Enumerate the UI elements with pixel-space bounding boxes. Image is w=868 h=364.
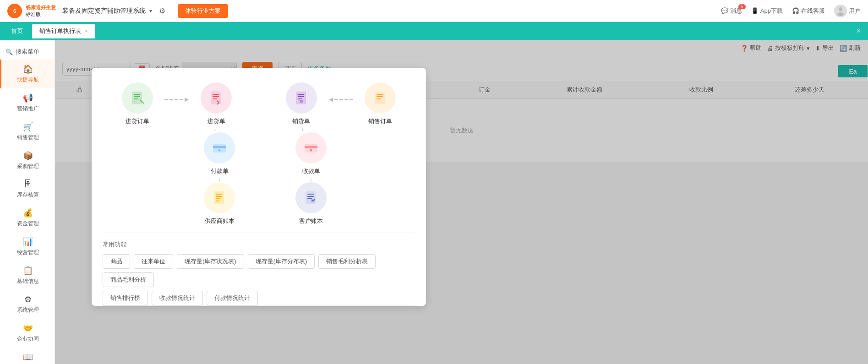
tab-bar: 首页 销售订单执行表 × ×: [0, 22, 868, 40]
logo-text: 畅康通好生意 标准版: [26, 4, 56, 17]
online-service-btn[interactable]: 🎧 在线客服: [792, 7, 825, 15]
func-btn-product-profit[interactable]: 商品毛利分析: [103, 272, 154, 287]
svg-rect-33: [307, 194, 314, 195]
message-badge: 5: [738, 4, 746, 9]
tab-bar-close-btn[interactable]: ×: [853, 25, 864, 37]
svg-rect-13: [298, 94, 304, 95]
header-right: 💬 消息 5 📱 App下载 🎧 在线客服 用户: [721, 5, 861, 17]
spacer-da7: [247, 175, 284, 182]
svg-rect-32: [306, 191, 316, 204]
app-download-btn[interactable]: 📱 App下载: [751, 7, 783, 15]
sidebar-item-inventory[interactable]: 🗄 库存核算: [0, 175, 55, 203]
sidebar-item-purchase[interactable]: 📦 采购管理: [0, 146, 55, 175]
func-btn-sales-rank[interactable]: 销售排行榜: [103, 291, 148, 305]
sidebar-system-label: 系统管理: [17, 306, 39, 314]
svg-rect-28: [216, 194, 222, 195]
spacer-da3: [241, 125, 277, 132]
purchase-order-label: 进货订单: [126, 117, 149, 125]
down-arrow-purchase: ↓: [189, 125, 241, 132]
logo-area: 6 畅康通好生意 标准版: [7, 4, 62, 18]
payment-circle: ¥: [204, 132, 235, 163]
sidebar-item-system[interactable]: ⚙ 系统管理: [0, 290, 55, 319]
svg-text:¥: ¥: [218, 148, 221, 152]
receipt-circle: ¥: [295, 132, 327, 163]
sidebar-item-finance[interactable]: 💰 资金管理: [0, 203, 55, 232]
flow-node-purchase-order[interactable]: 进货订单: [112, 82, 163, 125]
tab-home-label: 首页: [11, 27, 23, 35]
sidebar-item-basic-info[interactable]: 📋 基础信息: [0, 261, 55, 290]
finance-icon: 💰: [23, 208, 33, 218]
svg-rect-30: [216, 198, 220, 199]
flow-node-sales-order[interactable]: 销售订单: [355, 82, 406, 125]
basic-info-icon: 📋: [23, 266, 33, 276]
svg-rect-7: [134, 98, 138, 99]
flow-node-receipt[interactable]: ¥ 收款单: [284, 132, 338, 175]
search-menu-btn[interactable]: 🔍 搜索菜单: [0, 44, 55, 60]
down-arrow-payment: ↓: [192, 175, 247, 182]
purchase-bill-label: 进货单: [207, 117, 225, 125]
arrow-so-sb: ◀: [329, 96, 353, 103]
message-btn[interactable]: 💬 消息 5: [721, 7, 742, 15]
spacer-da6: [112, 175, 192, 182]
system-dropdown-btn[interactable]: ▾: [149, 8, 152, 14]
spacer-da2: [164, 125, 189, 132]
flow-node-sales-bill[interactable]: 销货单: [276, 82, 327, 125]
marketing-icon: 📢: [23, 93, 33, 103]
user-name: 用户: [849, 7, 861, 15]
home-icon: 🏠: [23, 64, 33, 74]
svg-rect-11: [213, 98, 217, 99]
func-btn-payment-stats[interactable]: 付款情况统计: [207, 291, 258, 305]
modal-overlay[interactable]: 进货订单 ▶ 进货单: [55, 40, 868, 364]
func-btn-receipt-stats[interactable]: 收款情况统计: [152, 291, 203, 305]
sidebar: 🔍 搜索菜单 🏠 快捷导航 📢 营销推广 🛒 销售管理 📦 采购管理 🗄 库存核…: [0, 40, 55, 364]
svg-rect-31: [216, 201, 219, 201]
sales-bill-label: 销货单: [292, 117, 310, 125]
common-functions: 常用功能 商品 往来单位 现存量(库存状况表) 现存量(库存分布表) 销售毛利分…: [103, 233, 415, 305]
func-btn-stock-status[interactable]: 现存量(库存状况表): [177, 254, 244, 269]
svg-point-2: [839, 7, 842, 11]
func-btn-product[interactable]: 商品: [103, 254, 130, 269]
sidebar-item-newbie[interactable]: 📖 新手引导: [0, 348, 55, 364]
func-buttons-row1: 商品 往来单位 现存量(库存状况表) 现存量(库存分布表) 销售毛利分析表 商品…: [103, 254, 415, 287]
spacer-da4: [329, 125, 353, 132]
svg-text:6: 6: [13, 8, 16, 14]
svg-rect-27: [214, 191, 224, 204]
modal-box: 进货订单 ▶ 进货单: [92, 68, 426, 306]
flow-node-purchase-bill[interactable]: 进货单: [191, 82, 241, 125]
common-func-title: 常用功能: [103, 240, 415, 249]
tab-close-icon[interactable]: ×: [85, 28, 88, 34]
flow-node-customer-account[interactable]: 客户账本: [284, 182, 338, 225]
supplier-account-circle: [204, 182, 235, 213]
down-arrow-receipt: ↓: [284, 175, 338, 182]
svg-rect-35: [307, 198, 312, 199]
settings-gear-btn[interactable]: ⚙: [156, 5, 169, 17]
flow-node-supplier-account[interactable]: 供应商账本: [192, 182, 247, 225]
tab-home[interactable]: 首页: [4, 24, 30, 38]
scrollbar-area: ◀ ▶: [103, 305, 415, 306]
svg-rect-16: [300, 100, 303, 103]
func-btn-sales-profit[interactable]: 销售毛利分析表: [318, 254, 376, 269]
func-btn-stock-dist[interactable]: 现存量(库存分布表): [248, 254, 315, 269]
sidebar-item-enterprise[interactable]: 🤝 企业协同: [0, 319, 55, 348]
tab-sales-order-exec[interactable]: 销售订单执行表 ×: [32, 24, 95, 38]
operations-icon: 📊: [23, 237, 33, 247]
content-area: ❓ 帮助 🖨 按模板打印 ▾ ⬇ 导出 🔄 刷新 📅: [55, 40, 868, 364]
flow-node-payment[interactable]: ¥ 付款单: [192, 132, 247, 175]
sidebar-enterprise-label: 企业协同: [17, 335, 39, 343]
sidebar-item-sales[interactable]: 🛒 销售管理: [0, 117, 55, 146]
flow-diagram: 进货订单 ▶ 进货单: [103, 79, 415, 233]
sidebar-item-quick-nav[interactable]: 🏠 快捷导航: [0, 60, 55, 88]
main-layout: 🔍 搜索菜单 🏠 快捷导航 📢 营销推广 🛒 销售管理 📦 采购管理 🗄 库存核…: [0, 40, 868, 364]
flow-row-3: 供应商账本 客户账本: [103, 182, 415, 225]
spacer-da5: [353, 125, 406, 132]
svg-rect-15: [298, 98, 302, 99]
sidebar-item-operations[interactable]: 📊 经营管理: [0, 232, 55, 261]
user-area[interactable]: 用户: [834, 5, 861, 17]
customer-account-label: 客户账本: [299, 217, 323, 225]
trial-btn[interactable]: 体验行业方案: [178, 4, 228, 18]
func-btn-partner[interactable]: 往来单位: [134, 254, 173, 269]
purchase-icon: 📦: [23, 151, 33, 161]
brand-subtitle: 标准版: [26, 11, 56, 17]
svg-rect-29: [216, 196, 222, 197]
sidebar-item-marketing[interactable]: 📢 营销推广: [0, 88, 55, 117]
